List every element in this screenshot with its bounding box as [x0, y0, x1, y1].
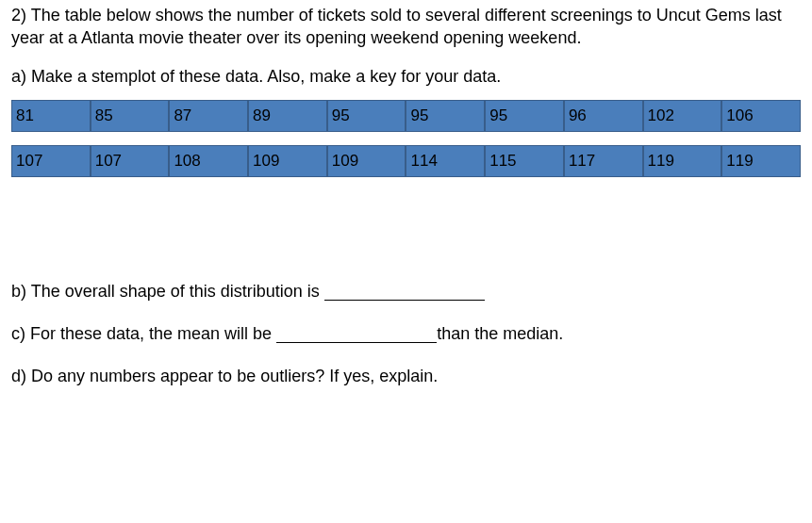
question-intro: 2) The table below shows the number of t…: [11, 4, 801, 50]
row-spacer: [11, 132, 801, 145]
table-cell: 89: [248, 100, 327, 132]
part-b-prompt: b) The overall shape of this distributio…: [11, 281, 801, 302]
table-cell: 119: [643, 145, 722, 177]
part-d-prompt: d) Do any numbers appear to be outliers?…: [11, 366, 801, 387]
table-cell: 108: [169, 145, 248, 177]
table-cell: 117: [564, 145, 643, 177]
table-cell: 96: [564, 100, 643, 132]
blank-fill: [324, 300, 485, 301]
part-c-prompt: c) For these data, the mean will be than…: [11, 323, 801, 345]
table-cell: 102: [643, 100, 722, 132]
table-cell: 107: [91, 145, 170, 177]
table-cell: 107: [11, 145, 91, 177]
data-table: 81 85 87 89 95 95 95 96 102 106 107 107 …: [11, 100, 801, 177]
part-c-post: than the median.: [437, 324, 563, 343]
blank-fill: [276, 342, 437, 343]
table-cell: 109: [327, 145, 406, 177]
table-cell: 95: [327, 100, 406, 132]
table-cell: 81: [11, 100, 91, 132]
table-cell: 87: [169, 100, 248, 132]
part-c-pre: c) For these data, the mean will be: [11, 324, 276, 343]
table-cell: 119: [721, 145, 801, 177]
part-a-prompt: a) Make a stemplot of these data. Also, …: [11, 67, 801, 87]
table-cell: 115: [485, 145, 564, 177]
table-cell: 114: [406, 145, 485, 177]
table-cell: 109: [248, 145, 327, 177]
table-cell: 106: [721, 100, 801, 132]
table-cell: 85: [91, 100, 170, 132]
table-cell: 95: [406, 100, 485, 132]
part-b-text: b) The overall shape of this distributio…: [11, 282, 324, 301]
table-cell: 95: [485, 100, 564, 132]
